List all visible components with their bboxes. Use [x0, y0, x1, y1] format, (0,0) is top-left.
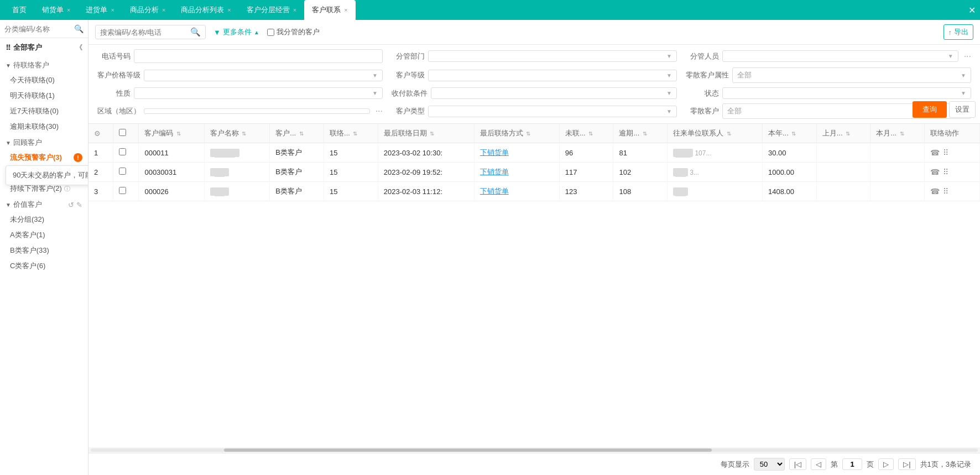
tab-purchase-order[interactable]: 进货单 ×	[78, 0, 122, 20]
col-last-month[interactable]: 上月... ⇅	[816, 124, 870, 143]
sidebar-item-7days-pending[interactable]: 近7天待联络(0)	[0, 103, 88, 119]
my-customer-checkbox[interactable]	[267, 29, 274, 36]
per-page-select[interactable]: 50 100 200	[754, 458, 785, 471]
col-code[interactable]: 客户编码 ⇅	[139, 124, 204, 143]
price-level-select[interactable]: ▼	[144, 70, 383, 81]
zero-attr-select[interactable]: 全部 ▼	[732, 67, 971, 83]
row2-last-way[interactable]: 下销货单	[474, 163, 559, 182]
col-action: 联络动作	[925, 124, 980, 143]
col-name[interactable]: 客户名称 ⇅	[204, 124, 269, 143]
tab-customer-segment[interactable]: 客户分层经营 ×	[239, 0, 304, 20]
tab-product-analysis-list[interactable]: 商品分析列表 ×	[173, 0, 238, 20]
row3-uncontacted: 123	[559, 182, 613, 201]
col-contact[interactable]: 联络... ⇅	[324, 124, 378, 143]
sidebar-item-c-class[interactable]: C类客户(6)	[0, 258, 88, 274]
row3-last-way[interactable]: 下销货单	[474, 182, 559, 201]
sidebar-item-a-class[interactable]: A类客户(1)	[0, 227, 88, 243]
export-btn[interactable]: ↑ 导出	[943, 24, 974, 40]
row2-more-icon[interactable]: ⠿	[943, 168, 948, 176]
row1-last-way[interactable]: 下销货单	[474, 143, 559, 163]
col-this-year[interactable]: 本年... ⇅	[762, 124, 816, 143]
more-filter-btn[interactable]: ▼ 更多条件 ▲	[210, 25, 263, 39]
tab-close-purchase-order[interactable]: ×	[111, 7, 114, 13]
sidebar-search-icon[interactable]: 🔍	[74, 24, 84, 33]
tab-customer-contact[interactable]: 客户联系 ×	[304, 0, 355, 20]
customer-type-select[interactable]: ▼	[428, 106, 677, 117]
row1-phone-icon[interactable]: ☎	[930, 148, 940, 157]
row3-checkbox[interactable]	[113, 182, 138, 201]
customer-type-arrow-icon: ▼	[666, 108, 672, 114]
first-page-btn[interactable]: |◁	[789, 458, 806, 470]
sidebar-item-overdue-pending[interactable]: 逾期未联络(30)	[0, 119, 88, 134]
row3-phone-icon[interactable]: ☎	[930, 187, 940, 196]
phone-input[interactable]	[134, 49, 383, 63]
row1-checkbox[interactable]	[113, 143, 138, 163]
col-this-month[interactable]: 本月... ⇅	[870, 124, 925, 143]
refresh-icon[interactable]: ↺	[68, 201, 74, 209]
select-all-checkbox[interactable]	[119, 129, 126, 136]
sidebar-lost-group[interactable]: ▼ 回顾客户	[0, 134, 88, 150]
person-dots-btn[interactable]: ···	[964, 51, 971, 61]
tab-close-product-analysis[interactable]: ×	[162, 7, 165, 13]
gear-icon[interactable]: ⚙	[94, 129, 101, 138]
last-page-btn[interactable]: ▷|	[898, 458, 915, 470]
row1-select-checkbox[interactable]	[119, 148, 126, 155]
row3-select-checkbox[interactable]	[119, 187, 126, 194]
tab-sales-order[interactable]: 销货单 ×	[34, 0, 78, 20]
prev-page-btn[interactable]: ◁	[811, 458, 826, 470]
row2-this-year: 1000.00	[762, 163, 816, 182]
region-dots-btn[interactable]: ···	[376, 106, 383, 116]
sidebar-item-b-class[interactable]: B类客户(33)	[0, 243, 88, 258]
tab-home[interactable]: 首页	[4, 0, 34, 20]
row2-checkbox[interactable]	[113, 163, 138, 182]
next-page-btn[interactable]: ▷	[878, 458, 894, 470]
tab-close-customer-contact[interactable]: ×	[344, 7, 347, 13]
row1-last-month	[816, 143, 870, 163]
col-last-date[interactable]: 最后联络日期 ⇅	[378, 124, 474, 143]
horizontal-scrollbar[interactable]	[88, 447, 980, 453]
search-input[interactable]	[100, 28, 188, 36]
customer-table: ⚙ 客户编码 ⇅ 客户名称 ⇅	[88, 124, 980, 201]
dept-select[interactable]: ▼	[428, 50, 677, 62]
scrollbar-thumb[interactable]	[224, 448, 712, 452]
price-level-arrow-icon: ▼	[372, 72, 378, 79]
col-uncontacted[interactable]: 未联... ⇅	[559, 124, 613, 143]
region-select[interactable]	[144, 108, 370, 114]
arrow-down-icon2: ▼	[6, 140, 11, 146]
col-type[interactable]: 客户... ⇅	[270, 124, 324, 143]
sidebar-search-input[interactable]	[4, 25, 72, 33]
col-overdue[interactable]: 逾期... ⇅	[613, 124, 668, 143]
person-select[interactable]: ▼	[722, 50, 958, 62]
col-company-contact[interactable]: 往来单位联系人 ⇅	[668, 124, 763, 143]
edit-icon[interactable]: ✎	[76, 201, 82, 209]
row2-phone-icon[interactable]: ☎	[930, 168, 940, 176]
sidebar-item-churn-warning[interactable]: 流失预警客户(3) !	[0, 150, 88, 165]
settings-btn[interactable]: 设置	[949, 101, 976, 118]
sidebar-root[interactable]: ⠿ 全部客户 《	[0, 38, 88, 57]
col-checkbox[interactable]	[113, 124, 138, 143]
row3-more-icon[interactable]: ⠿	[943, 187, 948, 196]
my-customer-label[interactable]: 我分管的客户	[267, 27, 320, 37]
payment-select[interactable]: ▼	[431, 87, 677, 99]
tab-close-sales-order[interactable]: ×	[67, 7, 70, 13]
query-btn[interactable]: 查询	[913, 101, 947, 118]
customer-level-select[interactable]: ▼	[428, 70, 677, 81]
search-btn[interactable]: 🔍	[190, 27, 201, 37]
tab-close-product-analysis-list[interactable]: ×	[227, 7, 231, 13]
content-area: 🔍 ▼ 更多条件 ▲ 我分管的客户 ↑ 导出 电话号码	[88, 20, 980, 475]
col-last-way[interactable]: 最后联络方式 ⇅	[474, 124, 559, 143]
page-number-input[interactable]	[842, 458, 862, 470]
tab-close-customer-segment[interactable]: ×	[293, 7, 296, 13]
close-window-btn[interactable]: ✕	[968, 5, 976, 15]
collapse-btn[interactable]: 《	[76, 43, 82, 53]
sidebar-item-tomorrow-pending[interactable]: 明天待联络(1)	[0, 88, 88, 103]
status-select[interactable]: ▼	[722, 87, 971, 99]
row1-more-icon[interactable]: ⠿	[943, 148, 948, 157]
gender-select[interactable]: ▼	[134, 87, 383, 99]
sort-company-contact-icon: ⇅	[727, 131, 731, 137]
sidebar-item-ungrouped[interactable]: 未分组(32)	[0, 212, 88, 227]
sidebar-pending-group[interactable]: ▼ 待联络客户	[0, 57, 88, 72]
tab-product-analysis[interactable]: 商品分析 ×	[122, 0, 173, 20]
row2-select-checkbox[interactable]	[119, 168, 126, 175]
sidebar-item-today-pending[interactable]: 今天待联络(0)	[0, 72, 88, 88]
